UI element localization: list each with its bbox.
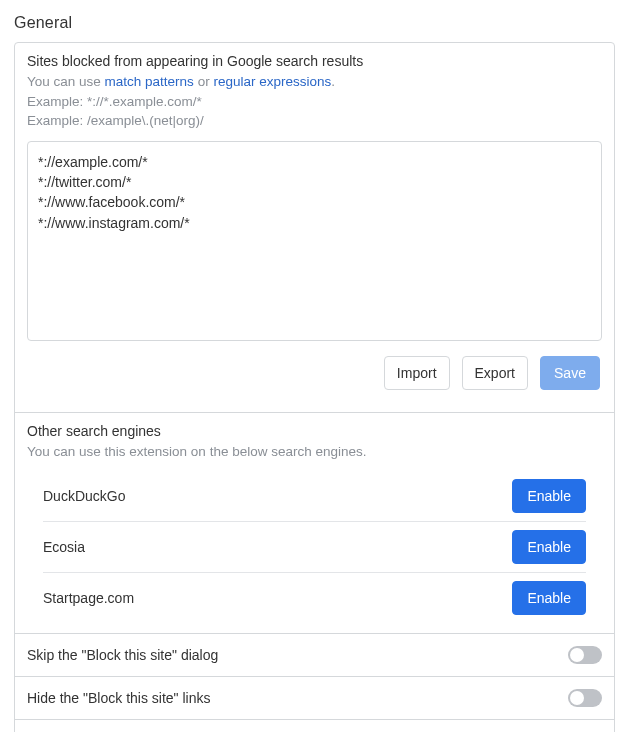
section-title-general: General: [14, 14, 615, 32]
blocklist-button-row: Import Export Save: [27, 356, 602, 402]
text: .: [331, 74, 335, 89]
engine-name-ecosia: Ecosia: [43, 539, 85, 555]
toggle-label: Skip the "Block this site" dialog: [27, 647, 218, 663]
enable-ecosia-button[interactable]: Enable: [512, 530, 586, 564]
save-button[interactable]: Save: [540, 356, 600, 390]
export-button[interactable]: Export: [462, 356, 528, 390]
toggle-row-hide-links: Hide the "Block this site" links: [15, 676, 614, 719]
other-engines-heading: Other search engines: [27, 423, 602, 439]
text: or: [194, 74, 214, 89]
blocklist-textarea[interactable]: [27, 141, 602, 341]
enable-startpage-button[interactable]: Enable: [512, 581, 586, 615]
blocklist-heading: Sites blocked from appearing in Google s…: [27, 53, 602, 69]
skip-dialog-toggle[interactable]: [568, 646, 602, 664]
match-patterns-link[interactable]: match patterns: [105, 74, 194, 89]
import-button[interactable]: Import: [384, 356, 450, 390]
toggle-row-skip-dialog: Skip the "Block this site" dialog: [15, 633, 614, 676]
engine-name-startpage: Startpage.com: [43, 590, 134, 606]
engine-row: Startpage.com Enable: [43, 573, 586, 623]
other-engines-section: Other search engines You can use this ex…: [15, 412, 614, 634]
blocklist-section: Sites blocked from appearing in Google s…: [15, 43, 614, 412]
engine-row: Ecosia Enable: [43, 522, 586, 573]
toggle-label: Hide the "Block this site" links: [27, 690, 210, 706]
blocklist-example-2: Example: /example\.(net|org)/: [27, 111, 602, 131]
general-card: Sites blocked from appearing in Google s…: [14, 42, 615, 732]
blocklist-subtext: You can use match patterns or regular ex…: [27, 72, 602, 92]
blocklist-example-1: Example: *://*.example.com/*: [27, 92, 602, 112]
toggle-row-hide-count: Hide the number of blocked sites and the…: [15, 719, 614, 732]
hide-links-toggle[interactable]: [568, 689, 602, 707]
engine-name-duckduckgo: DuckDuckGo: [43, 488, 125, 504]
other-engines-subtext: You can use this extension on the below …: [27, 442, 602, 462]
text: You can use: [27, 74, 105, 89]
engine-row: DuckDuckGo Enable: [43, 471, 586, 522]
regular-expressions-link[interactable]: regular expressions: [213, 74, 331, 89]
engines-list: DuckDuckGo Enable Ecosia Enable Startpag…: [27, 471, 602, 623]
enable-duckduckgo-button[interactable]: Enable: [512, 479, 586, 513]
